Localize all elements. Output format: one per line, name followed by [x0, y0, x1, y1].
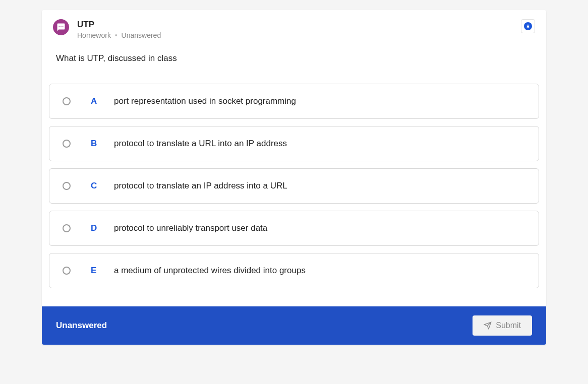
submit-label: Submit: [496, 321, 521, 330]
option-text: protocol to translate a URL into an IP a…: [114, 139, 287, 149]
option-letter: E: [91, 266, 106, 276]
card-footer: Unanswered Submit: [42, 306, 546, 345]
option-a[interactable]: A port representation used in socket pro…: [49, 84, 539, 119]
option-text: port representation used in socket progr…: [114, 96, 296, 106]
question-title: UTP: [77, 19, 535, 30]
card-header: UTP Homework • Unanswered: [42, 10, 546, 43]
option-letter: D: [91, 223, 106, 233]
chat-icon: [53, 19, 69, 35]
radio-icon: [63, 182, 71, 190]
option-letter: A: [91, 96, 106, 106]
options-list: A port representation used in socket pro…: [42, 84, 546, 306]
option-text: protocol to unreliably transport user da…: [114, 223, 267, 233]
option-e[interactable]: E a medium of unprotected wires divided …: [49, 253, 539, 288]
header-text: UTP Homework • Unanswered: [77, 19, 535, 39]
radio-icon: [63, 224, 71, 232]
radio-icon: [63, 140, 71, 148]
star-button[interactable]: [521, 19, 535, 33]
option-letter: B: [91, 139, 106, 149]
option-text: protocol to translate an IP address into…: [114, 181, 287, 191]
category-label: Homework: [77, 31, 111, 39]
submit-button[interactable]: Submit: [473, 315, 532, 336]
radio-icon: [63, 267, 71, 275]
footer-status: Unanswered: [56, 321, 107, 331]
option-b[interactable]: B protocol to translate a URL into an IP…: [49, 126, 539, 161]
state-label: Unanswered: [122, 31, 161, 39]
star-icon: [524, 22, 532, 30]
separator-dot: •: [115, 31, 117, 39]
send-icon: [484, 322, 492, 330]
option-c[interactable]: C protocol to translate an IP address in…: [49, 168, 539, 204]
option-d[interactable]: D protocol to unreliably transport user …: [49, 211, 539, 246]
option-letter: C: [91, 181, 106, 191]
radio-icon: [63, 97, 71, 105]
question-prompt: What is UTP, discussed in class: [42, 43, 546, 84]
question-subtitle: Homework • Unanswered: [77, 31, 535, 39]
question-card: UTP Homework • Unanswered What is UTP, d…: [42, 10, 546, 345]
option-text: a medium of unprotected wires divided in…: [114, 266, 306, 276]
